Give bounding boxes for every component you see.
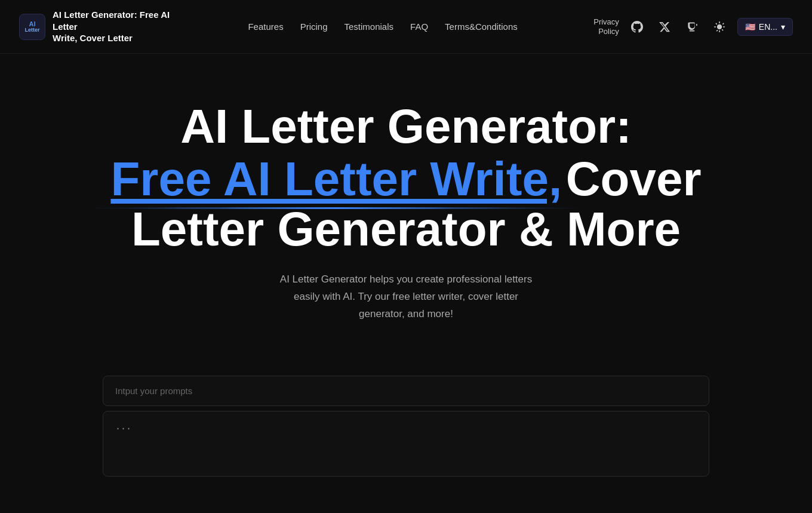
nav-testimonials[interactable]: Testimonials [345,21,394,32]
nav-faq[interactable]: FAQ [410,21,428,32]
twitter-x-button[interactable] [655,17,674,36]
language-selector[interactable]: 🇺🇸 EN... ▾ [737,18,793,36]
hero-title-line1: AI Letter Generator: [24,102,788,152]
hero-title-line2: Free AI Letter Write, Cover [24,154,788,204]
github-icon [631,21,643,33]
brand-title: AI Letter Generator: Free AI Letter Writ… [53,9,172,44]
theme-toggle-button[interactable] [710,17,729,36]
nav-links: Features Pricing Testimonials FAQ Terms&… [248,21,517,32]
chevron-down-icon: ▾ [781,22,785,32]
nav-right: Privacy Policy 🇺🇸 EN... ▾ [593,17,793,36]
logo-text: AI [29,20,36,27]
nav-terms[interactable]: Terms&Conditions [445,21,518,32]
lang-label: EN... [759,22,777,32]
logo: AI Letter [19,14,45,40]
github-button[interactable] [628,17,647,36]
hero-title-line3: Letter Generator & More [24,204,788,254]
input-area: ... [84,376,728,479]
nav-pricing[interactable]: Pricing [300,21,328,32]
twitter-x-icon [659,21,670,33]
privacy-policy-link[interactable]: Privacy Policy [593,17,619,36]
logo-subtext: Letter [24,27,39,33]
hero-title-blue: Free AI Letter Write, [110,154,562,204]
hero-subtitle: AI Letter Generator helps you create pro… [24,271,788,323]
hero-section: AI Letter Generator: Free AI Letter Writ… [0,54,812,376]
flag-icon: 🇺🇸 [745,22,755,32]
nav-brand: AI Letter AI Letter Generator: Free AI L… [19,9,172,44]
output-textarea[interactable]: ... [103,411,709,477]
theme-toggle-icon [713,21,725,33]
hero-title-cover: Cover [566,152,702,205]
nav-features[interactable]: Features [248,21,283,32]
prompt-input[interactable] [103,376,709,406]
navbar: AI Letter AI Letter Generator: Free AI L… [0,0,812,54]
coffee-icon [686,21,698,33]
hero-title: AI Letter Generator: Free AI Letter Writ… [24,102,788,254]
coffee-button[interactable] [682,17,702,36]
